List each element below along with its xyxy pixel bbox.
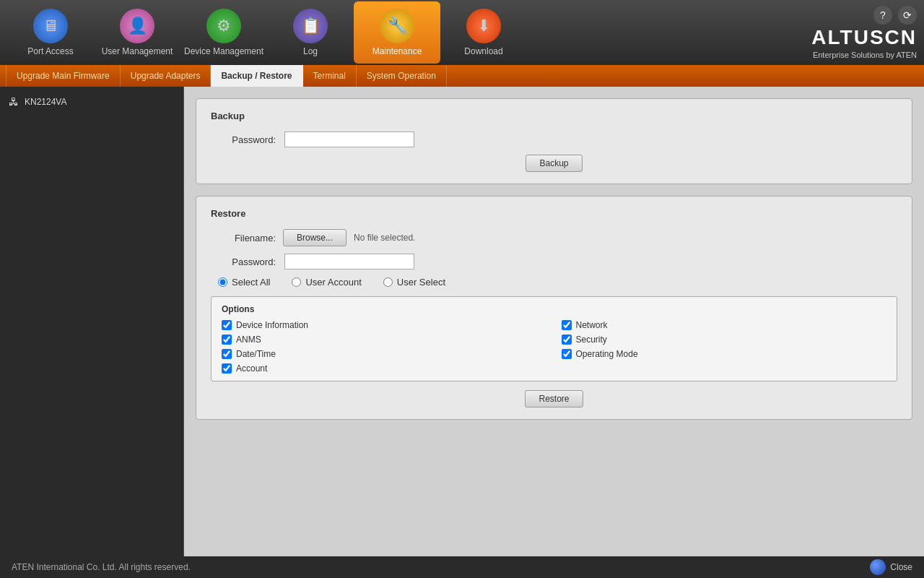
nav-icons: 🖥 Port Access 👤 User Management ⚙ Device… xyxy=(7,1,527,64)
option-anms: ANMS xyxy=(222,335,547,345)
sidebar-icon: 🖧 xyxy=(9,96,19,108)
restore-password-row: Password: xyxy=(211,254,897,269)
nav-item-log[interactable]: 📋 Log xyxy=(267,1,354,64)
checkbox-operating-mode[interactable] xyxy=(562,349,572,359)
option-account: Account xyxy=(222,363,547,374)
copyright-text: ATEN International Co. Ltd. All rights r… xyxy=(12,562,191,572)
filename-label: Filename: xyxy=(211,233,276,243)
radio-row: Select All User Account User Select xyxy=(211,277,897,288)
option-security: Security xyxy=(562,335,887,345)
nav-label-download: Download xyxy=(464,46,502,56)
subnav-upgrade-adapters[interactable]: Upgrade Adapters xyxy=(121,65,212,87)
nav-item-maintenance[interactable]: 🔧 Maintenance xyxy=(354,1,440,64)
restore-button-row: Restore xyxy=(211,390,897,407)
radio-select-all[interactable]: Select All xyxy=(218,277,270,288)
radio-user-account[interactable]: User Account xyxy=(292,277,361,288)
nav-icon-user-management: 👤 xyxy=(120,9,154,43)
subnav: Upgrade Main FirmwareUpgrade AdaptersBac… xyxy=(0,65,924,87)
nav-item-user-management[interactable]: 👤 User Management xyxy=(94,1,180,64)
backup-panel: Backup Password: Backup xyxy=(196,98,912,184)
restore-password-label: Password: xyxy=(211,256,276,267)
restore-title: Restore xyxy=(211,208,897,219)
logo-text: ALTUSCN xyxy=(811,26,917,49)
main-layout: 🖧KN2124VA Backup Password: Backup Restor… xyxy=(0,87,924,556)
sidebar: 🖧KN2124VA xyxy=(0,87,184,556)
radio-user-account-input[interactable] xyxy=(292,277,301,287)
subnav-system-operation[interactable]: System Operation xyxy=(357,65,447,87)
option-label-datetime: Date/Time xyxy=(236,349,276,359)
filename-row: Filename: Browse... No file selected. xyxy=(211,229,897,246)
help-icon[interactable]: ? xyxy=(873,6,892,25)
backup-password-row: Password: xyxy=(211,131,897,147)
settings-icon[interactable]: ⟳ xyxy=(898,6,917,25)
checkbox-network[interactable] xyxy=(562,320,572,330)
nav-item-download[interactable]: ⬇ Download xyxy=(440,1,527,64)
nav-icon-port-access: 🖥 xyxy=(33,9,68,43)
radio-select-all-label: Select All xyxy=(232,277,270,288)
backup-button[interactable]: Backup xyxy=(526,155,582,172)
sidebar-item-kn2124va[interactable]: 🖧KN2124VA xyxy=(0,92,183,111)
logo-subtitle: Enterprise Solutions by ATEN xyxy=(813,51,917,59)
nav-icon-device-management: ⚙ xyxy=(206,9,241,43)
no-file-text: No file selected. xyxy=(354,233,415,243)
top-icons: ? ⟳ xyxy=(873,6,917,25)
radio-user-account-label: User Account xyxy=(305,277,361,288)
nav-label-user-management: User Management xyxy=(102,46,173,56)
backup-password-input[interactable] xyxy=(284,131,414,147)
nav-icon-log: 📋 xyxy=(293,9,328,43)
checkbox-datetime[interactable] xyxy=(222,349,232,359)
restore-button[interactable]: Restore xyxy=(525,390,583,407)
subnav-upgrade-main[interactable]: Upgrade Main Firmware xyxy=(6,65,121,87)
radio-user-select[interactable]: User Select xyxy=(383,277,445,288)
options-title: Options xyxy=(222,304,886,314)
sidebar-label: KN2124VA xyxy=(25,97,66,107)
nav-label-port-access: Port Access xyxy=(27,46,73,56)
nav-label-maintenance: Maintenance xyxy=(372,46,422,56)
globe-icon xyxy=(870,559,886,575)
option-operating-mode: Operating Mode xyxy=(562,349,887,359)
option-label-account: Account xyxy=(236,363,267,374)
nav-icon-maintenance: 🔧 xyxy=(380,9,414,43)
option-label-security: Security xyxy=(576,335,607,345)
subnav-terminal[interactable]: Terminal xyxy=(303,65,357,87)
nav-label-device-management: Device Management xyxy=(184,46,263,56)
logo-area: ? ⟳ ALTUSCN Enterprise Solutions by ATEN xyxy=(811,6,917,59)
close-label: Close xyxy=(890,562,912,572)
radio-user-select-label: User Select xyxy=(397,277,445,288)
topbar: 🖥 Port Access 👤 User Management ⚙ Device… xyxy=(0,0,924,65)
content-area: Backup Password: Backup Restore Filename… xyxy=(184,87,924,556)
radio-user-select-input[interactable] xyxy=(383,277,393,287)
restore-password-input[interactable] xyxy=(284,254,414,269)
radio-select-all-input[interactable] xyxy=(218,277,227,287)
close-button[interactable]: Close xyxy=(870,559,912,575)
nav-item-port-access[interactable]: 🖥 Port Access xyxy=(7,1,94,64)
checkbox-security[interactable] xyxy=(562,335,572,345)
backup-button-row: Backup xyxy=(211,155,897,172)
option-network: Network xyxy=(562,320,887,330)
option-label-network: Network xyxy=(576,320,608,330)
checkbox-device-info[interactable] xyxy=(222,320,232,330)
nav-item-device-management[interactable]: ⚙ Device Management xyxy=(180,1,267,64)
option-device-info: Device Information xyxy=(222,320,547,330)
footer: ATEN International Co. Ltd. All rights r… xyxy=(0,556,924,578)
subnav-backup-restore[interactable]: Backup / Restore xyxy=(211,65,302,87)
restore-panel: Restore Filename: Browse... No file sele… xyxy=(196,196,912,420)
option-label-anms: ANMS xyxy=(236,335,261,345)
browse-button[interactable]: Browse... xyxy=(283,229,346,246)
options-grid: Device InformationNetworkANMSSecurityDat… xyxy=(222,320,886,374)
nav-label-log: Log xyxy=(303,46,318,56)
backup-password-label: Password: xyxy=(211,134,276,145)
backup-title: Backup xyxy=(211,111,897,121)
nav-icon-download: ⬇ xyxy=(466,9,501,43)
options-box: Options Device InformationNetworkANMSSec… xyxy=(211,296,897,381)
option-datetime: Date/Time xyxy=(222,349,547,359)
option-label-device-info: Device Information xyxy=(236,320,308,330)
checkbox-anms[interactable] xyxy=(222,335,232,345)
option-label-operating-mode: Operating Mode xyxy=(576,349,638,359)
checkbox-account[interactable] xyxy=(222,363,232,374)
